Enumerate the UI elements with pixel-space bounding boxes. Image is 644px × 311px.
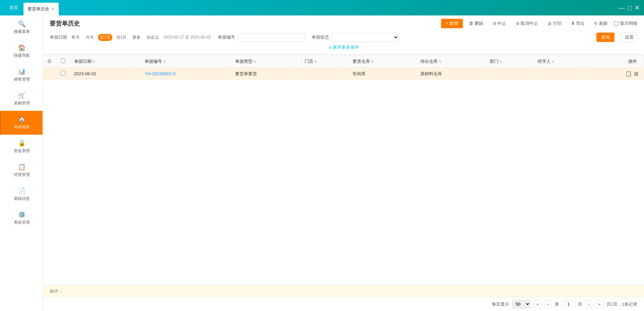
header-row: ⚙ 单据日期 单据编号 单据类型 门店 要货仓库 待出仓库 部门 xyxy=(43,55,644,68)
th-doc-type[interactable]: 单据类型 xyxy=(231,55,300,68)
table-header: ⚙ 单据日期 单据编号 单据类型 门店 要货仓库 待出仓库 部门 xyxy=(43,55,644,68)
first-page-button[interactable]: « xyxy=(533,300,542,308)
sidebar-item-quick-nav[interactable]: 🏠 快捷导航 xyxy=(0,39,43,63)
row-store xyxy=(301,68,348,80)
row-handler xyxy=(533,68,591,80)
shortcut-1month[interactable]: 近1月 xyxy=(114,34,129,41)
row-pending-warehouse: 原材料仓库 xyxy=(416,68,485,80)
row-checkbox[interactable] xyxy=(61,71,65,76)
table-container: ⚙ 单据日期 单据编号 单据类型 门店 要货仓库 待出仓库 部门 xyxy=(43,55,644,285)
next-page-button[interactable]: › xyxy=(585,300,592,308)
doc-no-link[interactable]: YH-20230602-0 xyxy=(145,71,175,76)
display-detail-toggle[interactable]: 显示明细 xyxy=(614,20,637,27)
shortcut-custom[interactable]: 自定义 xyxy=(145,34,161,41)
new-button[interactable]: + 新增 xyxy=(441,19,463,28)
status-select[interactable] xyxy=(332,33,399,42)
window-controls: — □ ✕ xyxy=(618,4,640,12)
filter-status: 单据状态 xyxy=(312,33,399,42)
sidebar-item-basic-info[interactable]: 📄 基础信息 xyxy=(0,182,43,206)
check-col-header xyxy=(56,55,70,68)
row-action-cell: 📋 ⊞ xyxy=(591,68,644,80)
select-all-checkbox[interactable] xyxy=(61,58,65,63)
sidebar-item-search-menu[interactable]: 🔍 搜索菜单 xyxy=(0,15,43,39)
th-doc-date[interactable]: 单据日期 xyxy=(70,55,141,68)
sidebar-item-label: 资金管理 xyxy=(14,148,30,154)
th-doc-no[interactable]: 单据编号 xyxy=(141,55,231,68)
finance-icon: 🔒 xyxy=(18,139,25,147)
page-header-section: 要货单历史 + 新增 🗑 删除 ⊘ 中止 ⊘ 取消中止 🖨 打印 ⬆ 导出 ↻ … xyxy=(43,15,644,55)
column-settings-icon[interactable]: ⚙ xyxy=(47,58,52,64)
summary-label: 合计： xyxy=(50,288,63,294)
table-row: 2023-06-02 YH-20230602-0 要货单要货 车间库 原材料仓库 xyxy=(43,68,644,80)
th-department[interactable]: 部门 xyxy=(486,55,533,68)
content-area: 要货单历史 + 新增 🗑 删除 ⊘ 中止 ⊘ 取消中止 🖨 打印 ⬆ 导出 ↻ … xyxy=(43,15,644,311)
th-req-warehouse[interactable]: 要货仓库 xyxy=(348,55,416,68)
doc-no-input[interactable] xyxy=(238,33,305,42)
filter-date: 单据日期 昨天 今天 近7天 近1月 更多 自定义 2023-05-27 至 2… xyxy=(50,34,211,41)
sidebar-item-purchase[interactable]: 🛒 采购管理 xyxy=(0,87,43,111)
maximize-icon[interactable]: □ xyxy=(628,4,632,12)
sidebar-item-label: 采购管理 xyxy=(14,100,30,106)
prev-page-button[interactable]: ‹ xyxy=(545,300,552,308)
th-pending-warehouse[interactable]: 待出仓库 xyxy=(416,55,485,68)
export-button[interactable]: ⬆ 导出 xyxy=(568,19,588,28)
shortcut-yesterday[interactable]: 昨天 xyxy=(70,34,82,41)
sidebar-item-label: 库存核算 xyxy=(14,124,30,130)
print-button[interactable]: 🖨 打印 xyxy=(544,19,565,28)
expand-label: 展开更多条件 xyxy=(333,44,359,50)
sidebar-item-finance[interactable]: 🔒 资金管理 xyxy=(0,135,43,159)
sidebar-item-label: 经营管理 xyxy=(14,172,30,178)
sidebar-item-label: 系统管理 xyxy=(14,220,30,225)
last-page-button[interactable]: » xyxy=(595,300,603,308)
cancel-stop-button[interactable]: ⊘ 取消中止 xyxy=(513,19,542,28)
sidebar-item-label: 基础信息 xyxy=(14,196,30,202)
refresh-button[interactable]: ↻ 刷新 xyxy=(591,19,611,28)
current-page-prefix: 第 xyxy=(555,301,559,307)
shortcut-7days[interactable]: 近7天 xyxy=(98,34,112,41)
basic-info-icon: 📄 xyxy=(18,187,25,194)
page-title: 要货单历史 xyxy=(50,19,80,28)
sidebar-item-sales[interactable]: 📊 销售管理 xyxy=(0,63,43,87)
close-icon[interactable]: ✕ xyxy=(634,4,640,12)
main-area: 🔍 搜索菜单 🏠 快捷导航 📊 销售管理 🛒 采购管理 🏠 库存核算 🔒 xyxy=(0,15,644,311)
th-action: 操作 xyxy=(591,55,644,68)
data-table: ⚙ 单据日期 单据编号 单据类型 门店 要货仓库 待出仓库 部门 xyxy=(43,55,644,80)
tab-requisition-history[interactable]: 要货单历史 ✕ xyxy=(23,3,59,15)
toolbar: + 新增 🗑 删除 ⊘ 中止 ⊘ 取消中止 🖨 打印 ⬆ 导出 ↻ 刷新 显示明… xyxy=(441,19,637,28)
date-range-display: 2023-05-27 至 2023-06-02 xyxy=(163,35,211,40)
settings-button[interactable]: 设置 xyxy=(621,32,637,42)
query-button[interactable]: 查询 xyxy=(596,33,614,42)
settings-col-header: ⚙ xyxy=(43,55,56,68)
row-doc-date: 2023-06-02 xyxy=(70,68,141,80)
filter-doc-no: 单据编号 xyxy=(218,33,305,42)
sidebar-item-operations[interactable]: 📋 经营管理 xyxy=(0,159,43,182)
sidebar-item-inventory[interactable]: 🏠 库存核算 xyxy=(0,111,43,135)
sidebar-item-system[interactable]: ⚙️ 系统管理 xyxy=(0,206,43,230)
sales-icon: 📊 xyxy=(18,68,25,75)
inventory-icon: 🏠 xyxy=(18,116,25,123)
minimize-icon[interactable]: — xyxy=(618,4,625,12)
delete-button[interactable]: 🗑 删除 xyxy=(466,19,487,28)
date-shortcuts: 昨天 今天 近7天 近1月 更多 自定义 xyxy=(70,34,161,41)
row-delete-icon[interactable]: ⊞ xyxy=(634,71,638,77)
th-store[interactable]: 门店 xyxy=(301,55,348,68)
display-detail-checkbox[interactable] xyxy=(614,21,619,26)
th-handler[interactable]: 经手人 xyxy=(533,55,591,68)
row-req-warehouse: 车间库 xyxy=(348,68,416,80)
shortcut-today[interactable]: 今天 xyxy=(84,34,96,41)
shortcut-more[interactable]: 更多 xyxy=(130,34,143,41)
filter-expand-row: ∨ 展开更多条件 xyxy=(50,42,637,50)
page-number-input[interactable] xyxy=(562,300,575,308)
expand-icon: ∨ xyxy=(328,45,332,50)
current-page-suffix: 页 xyxy=(578,301,582,307)
row-edit-icon[interactable]: 📋 xyxy=(625,71,632,77)
tab-home[interactable]: 首页 xyxy=(4,0,23,15)
top-bar: 首页 要货单历史 ✕ — □ ✕ xyxy=(0,0,644,15)
expand-filters-button[interactable]: ∨ 展开更多条件 xyxy=(328,44,359,50)
display-detail-label: 显示明细 xyxy=(620,20,637,27)
row-department xyxy=(486,68,533,80)
total-info: 共1页，1条记录 xyxy=(606,301,637,307)
stop-button[interactable]: ⊘ 中止 xyxy=(489,19,510,28)
close-tab-icon[interactable]: ✕ xyxy=(51,7,55,11)
per-page-select[interactable]: 50 10 20 100 xyxy=(512,300,531,308)
